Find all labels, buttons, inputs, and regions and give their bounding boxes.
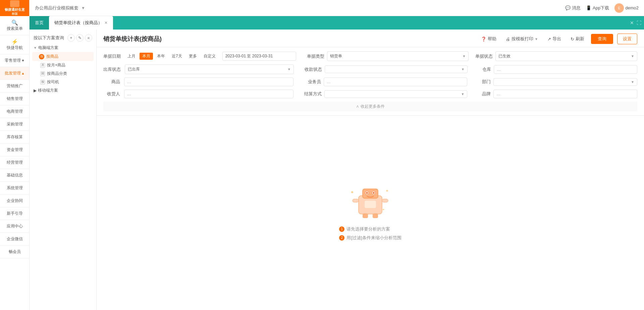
company-label: 按司机 [47, 79, 59, 85]
scheme-item-by-company[interactable]: 按 按司机 [35, 78, 94, 86]
sidebar-item-basic-info[interactable]: 基础信息 [0, 169, 29, 182]
salesperson-input[interactable]: … [324, 78, 468, 86]
date-tag-custom[interactable]: 自定义 [201, 53, 218, 60]
date-shortcuts: 上月 本月 本年 近7天 更多 自定义 [125, 53, 218, 60]
tab-close-btn[interactable]: ✕ [104, 20, 108, 25]
finance-label: 资金管理 [1, 147, 28, 153]
help-btn[interactable]: ❓ 帮助 [478, 35, 499, 43]
tab-home[interactable]: 首页 [30, 16, 49, 30]
scheme-item-by-goods[interactable]: 按 按商品 [32, 52, 94, 61]
sidebar-item-search[interactable]: 🔍 搜索菜单 [0, 16, 29, 35]
edit-scheme-btn[interactable]: ✎ [76, 34, 84, 42]
scheme-item-by-goods-cat[interactable]: 回 按商品分类 [35, 69, 94, 78]
pc-scheme-group: ▼ 电脑端方案 按 按商品 月 按月+商品 [30, 44, 96, 86]
print-btn[interactable]: 🖨 按模板打印 ▼ [503, 35, 541, 43]
ecommerce-label: 电商管理 [1, 109, 28, 114]
date-tag-last-month[interactable]: 上月 [125, 53, 138, 60]
inventory-label: 库存核算 [1, 134, 28, 140]
window-maximize-icon[interactable]: ⛶ [637, 20, 641, 25]
filter-row-1: 单据日期 上月 本月 本年 近7天 更多 自定义 2023-03-01 至 20… [103, 51, 637, 61]
wholesale-label: 批发管理 [5, 70, 21, 76]
sidebar-item-sales-mgmt[interactable]: 销售管理 [0, 93, 29, 105]
sidebar: 畅捷通好生意 标版 🔍 搜索菜单 ⚡ 快捷导航 零售管理 ▼ 批发管理 ▲ 营销… [0, 0, 30, 310]
tab-sales-stat[interactable]: 销货单统计表（按商品） ✕ [49, 16, 113, 30]
recipient-input[interactable]: … [124, 90, 293, 98]
settings-button[interactable]: 设置 [617, 34, 637, 44]
window-close-icon[interactable]: ✕ [630, 20, 634, 25]
date-tag-last-7[interactable]: 近7天 [169, 53, 185, 60]
warehouse-label: 仓库 [474, 66, 491, 72]
date-range-text: 2023-03-01 至 2023-03-31 [225, 53, 273, 59]
doc-type-select[interactable]: 销货单 ▼ [327, 51, 469, 61]
brand-dots: … [496, 92, 500, 96]
month-goods-label: 按月+商品 [47, 62, 65, 68]
add-scheme-btn[interactable]: + [67, 34, 75, 42]
dept-arrow-icon: ▼ [631, 80, 634, 84]
pc-group-label: 电脑端方案 [38, 45, 58, 51]
recipient-label: 收货人 [103, 91, 120, 97]
tabbar: 首页 销货单统计表（按商品） ✕ ✕ ⛶ [30, 16, 644, 30]
goods-input[interactable]: … [124, 78, 293, 86]
app-download-btn[interactable]: 📱 App下载 [586, 5, 609, 11]
stock-out-select[interactable]: 已出库 ▼ [125, 64, 294, 74]
doc-status-arrow-icon: ▼ [631, 54, 634, 58]
message-btn[interactable]: 💬 消息 [565, 5, 581, 11]
sidebar-item-enterprise[interactable]: 企业协同 [0, 195, 29, 207]
sidebar-item-retail[interactable]: 零售管理 ▼ [0, 54, 29, 67]
filter-panel-header: 按以下方案查询 + ✎ « [30, 32, 96, 44]
sidebar-item-wechat[interactable]: 企业微信 [0, 233, 29, 246]
scheme-item-by-month-goods[interactable]: 月 按月+商品 [35, 61, 94, 69]
sidebar-item-member[interactable]: 畅会员 [0, 246, 29, 258]
topbar-right: 💬 消息 📱 App下载 E demo2 [565, 3, 639, 13]
collapse-bar[interactable]: ∧ 收起更多条件 [103, 102, 637, 111]
stock-out-value: 已出库 [128, 66, 140, 72]
export-btn[interactable]: ↗ 导出 [545, 35, 564, 43]
doc-status-select[interactable]: 已生效 ▼ [495, 51, 637, 61]
sidebar-item-app-center[interactable]: 应用中心 [0, 220, 29, 233]
dept-label: 部门 [474, 79, 491, 85]
svg-rect-9 [363, 213, 368, 218]
by-goods-label: 按商品 [46, 54, 58, 59]
payment-method-select[interactable]: ▼ [324, 90, 468, 98]
sidebar-item-marketing[interactable]: 营销推广 [0, 80, 29, 93]
enterprise-label: 企业协同 [1, 198, 28, 204]
print-label: 按模板打印 [512, 36, 533, 42]
mobile-group-header[interactable]: ▶ 移动端方案 [32, 86, 94, 95]
sidebar-item-purchase[interactable]: 采购管理 [0, 118, 29, 131]
date-tag-this-year[interactable]: 本年 [154, 53, 168, 60]
empty-illustration: ✦ ✦ ✦ [348, 184, 392, 221]
query-button[interactable]: 查询 [591, 34, 613, 44]
date-tag-this-month[interactable]: 本月 [140, 53, 153, 60]
sidebar-item-operations[interactable]: 经营管理 [0, 156, 29, 169]
sidebar-item-finance[interactable]: 资金管理 [0, 144, 29, 156]
help-icon: ❓ [481, 37, 486, 42]
mobile-group-label: 移动端方案 [38, 88, 58, 93]
user-profile[interactable]: E demo2 [614, 3, 639, 13]
date-picker[interactable]: 2023-03-01 至 2023-03-31 [222, 52, 296, 61]
payment-select[interactable]: ▼ [325, 65, 468, 73]
payment-group: 收款状态 ▼ [305, 65, 468, 73]
date-tag-more[interactable]: 更多 [186, 53, 200, 60]
tip-item-2: 2 用[过滤]条件来缩小分析范围 [339, 234, 401, 242]
warehouse-select[interactable]: … [494, 65, 637, 74]
app-download-icon: 📱 [586, 5, 591, 10]
system-label: 系统管理 [1, 185, 28, 191]
app-name: 畅捷通好生意 [5, 8, 25, 12]
sidebar-item-guide[interactable]: 新手引导 [0, 207, 29, 220]
sidebar-item-ecommerce[interactable]: 电商管理 [0, 105, 29, 118]
collapse-panel-btn[interactable]: « [85, 34, 92, 42]
sidebar-item-inventory[interactable]: 库存核算 [0, 131, 29, 144]
export-icon: ↗ [547, 37, 551, 42]
retail-arrow-icon: ▼ [21, 59, 25, 62]
app-subtitle: 标版 [12, 12, 18, 16]
sidebar-item-system[interactable]: 系统管理 [0, 182, 29, 195]
svg-rect-8 [382, 199, 388, 202]
export-label: 导出 [552, 36, 561, 42]
pc-group-header[interactable]: ▼ 电脑端方案 [32, 44, 94, 52]
warehouse-group: 仓库 … [474, 65, 637, 74]
refresh-btn[interactable]: ↻ 刷新 [568, 35, 587, 43]
brand-input[interactable]: … [493, 90, 637, 98]
sidebar-item-quick-nav[interactable]: ⚡ 快捷导航 [0, 35, 29, 54]
sidebar-item-wholesale[interactable]: 批发管理 ▲ [0, 67, 29, 80]
dept-select[interactable]: ▼ [493, 78, 637, 86]
